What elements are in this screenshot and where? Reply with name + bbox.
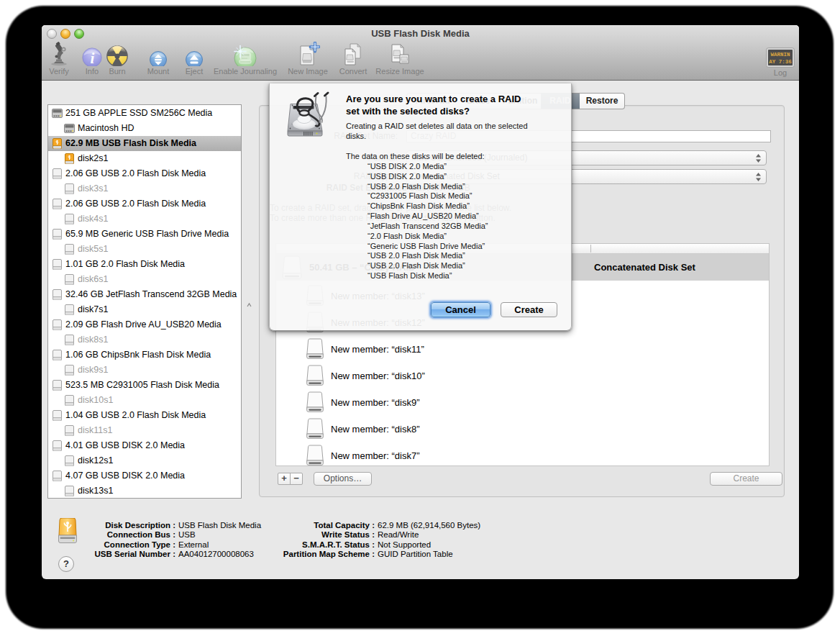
svg-text:AY 7:36: AY 7:36 [769, 59, 792, 65]
svg-text:i: i [91, 50, 95, 67]
svg-text:WARNIN: WARNIN [770, 52, 790, 58]
